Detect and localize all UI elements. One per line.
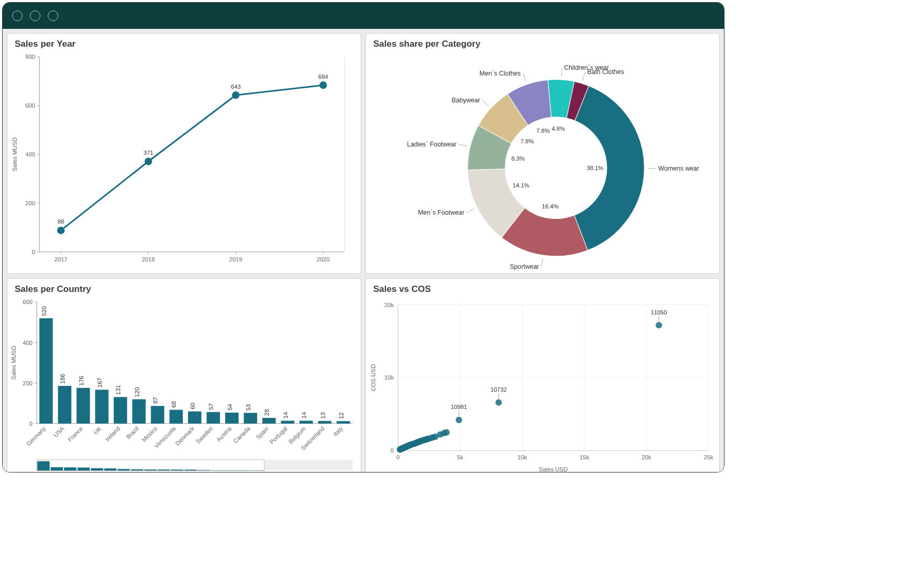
svg-point-162: [456, 417, 462, 423]
svg-text:Mexico: Mexico: [141, 425, 159, 443]
svg-text:7.8%: 7.8%: [520, 138, 534, 144]
chart-sales-per-country[interactable]: 0200400600Sales MUSD520Germany186USA176F…: [7, 297, 361, 472]
chart-sales-per-year[interactable]: 02004006008002017201820192020Sales MUSD8…: [7, 51, 361, 274]
svg-text:8.3%: 8.3%: [511, 155, 525, 162]
svg-rect-126: [158, 469, 170, 470]
svg-text:UK: UK: [92, 425, 103, 436]
card-title: Sales share per Category: [366, 34, 719, 51]
svg-rect-88: [188, 412, 201, 424]
svg-text:28: 28: [264, 409, 270, 416]
svg-point-26: [232, 91, 239, 99]
svg-text:0: 0: [396, 454, 400, 460]
card-title: Sales per Year: [7, 34, 361, 51]
svg-text:Sales MUSD: Sales MUSD: [12, 138, 18, 172]
svg-text:186: 186: [59, 374, 66, 384]
svg-rect-119: [64, 467, 76, 470]
svg-rect-129: [198, 470, 210, 470]
svg-text:88: 88: [58, 218, 64, 225]
svg-text:14.1%: 14.1%: [513, 182, 530, 188]
svg-text:600: 600: [25, 102, 35, 109]
chart-sales-share-per-category[interactable]: 38.1%Womens wear16.4%Sportwear14.1%Men´s…: [366, 51, 719, 274]
chart-sales-vs-cos[interactable]: 05k10k15k20k25k010k20kSales USDCOS USD11…: [366, 297, 719, 472]
svg-text:176: 176: [78, 376, 85, 386]
window-button-zoom[interactable]: [48, 10, 58, 21]
svg-text:16.4%: 16.4%: [542, 203, 559, 209]
svg-text:131: 131: [115, 385, 121, 395]
svg-rect-64: [39, 318, 52, 424]
svg-text:Germany: Germany: [25, 425, 47, 447]
svg-text:10732: 10732: [490, 386, 507, 393]
card-title: Sales vs COS: [366, 279, 719, 297]
svg-line-49: [561, 68, 562, 76]
svg-text:0: 0: [391, 447, 394, 454]
svg-rect-82: [151, 406, 164, 424]
svg-text:54: 54: [227, 404, 233, 411]
card-title: Sales per Country: [7, 279, 361, 297]
svg-text:Brazil: Brazil: [125, 425, 140, 440]
svg-rect-121: [91, 468, 103, 470]
svg-text:57: 57: [208, 403, 214, 410]
svg-text:USA: USA: [52, 425, 66, 438]
svg-text:Italy: Italy: [332, 425, 344, 437]
svg-text:87: 87: [152, 397, 159, 404]
svg-rect-67: [58, 386, 71, 424]
svg-text:2017: 2017: [55, 256, 68, 262]
svg-text:France: France: [67, 425, 84, 443]
svg-line-51: [583, 72, 585, 80]
svg-rect-70: [77, 388, 90, 424]
svg-point-28: [319, 81, 327, 89]
svg-rect-120: [78, 468, 90, 471]
svg-text:400: 400: [25, 151, 35, 158]
svg-text:Sales USD: Sales USD: [539, 466, 568, 472]
svg-rect-76: [114, 397, 127, 424]
svg-rect-97: [244, 413, 257, 423]
svg-text:400: 400: [23, 340, 33, 346]
svg-rect-103: [281, 421, 294, 423]
svg-text:25k: 25k: [704, 454, 713, 460]
svg-text:120: 120: [134, 387, 140, 397]
svg-text:800: 800: [25, 54, 35, 60]
svg-text:2020: 2020: [317, 256, 330, 262]
svg-text:200: 200: [25, 200, 35, 206]
svg-line-43: [482, 100, 489, 106]
svg-text:Sales MUSD: Sales MUSD: [10, 346, 17, 380]
svg-text:COS USD: COS USD: [370, 364, 376, 391]
svg-point-24: [144, 158, 152, 165]
svg-text:Sportwear: Sportwear: [510, 263, 539, 270]
svg-text:20k: 20k: [384, 302, 394, 308]
svg-text:Denmark: Denmark: [174, 425, 196, 447]
svg-text:15k: 15k: [580, 454, 589, 460]
svg-text:Canada: Canada: [232, 425, 251, 444]
svg-text:600: 600: [23, 299, 33, 305]
svg-text:2019: 2019: [229, 256, 243, 262]
svg-text:Sweden: Sweden: [195, 425, 214, 445]
svg-point-202: [397, 446, 403, 453]
svg-text:10k: 10k: [384, 374, 394, 381]
svg-rect-124: [131, 469, 143, 470]
svg-text:Portugal: Portugal: [268, 425, 288, 445]
svg-rect-85: [170, 410, 183, 424]
svg-text:Ladies´ Footwear: Ladies´ Footwear: [407, 141, 456, 148]
app-window: Sales per Year 0200400600800201720182019…: [2, 2, 724, 472]
svg-point-159: [496, 399, 502, 405]
svg-text:371: 371: [143, 150, 153, 156]
card-sales-per-year: Sales per Year 0200400600800201720182019…: [7, 33, 361, 274]
svg-text:0: 0: [29, 421, 33, 427]
svg-text:13: 13: [320, 412, 326, 419]
svg-rect-91: [207, 412, 220, 424]
window-button-minimize[interactable]: [30, 10, 40, 21]
window-button-close[interactable]: [12, 10, 23, 21]
svg-text:Men´s Clothes: Men´s Clothes: [479, 70, 521, 77]
svg-text:14: 14: [282, 412, 289, 419]
svg-text:0: 0: [32, 249, 35, 255]
svg-rect-123: [118, 469, 130, 470]
svg-rect-100: [262, 418, 276, 424]
svg-text:4.8%: 4.8%: [552, 125, 565, 132]
svg-text:5k: 5k: [457, 454, 464, 460]
svg-rect-73: [95, 390, 108, 423]
svg-rect-125: [144, 469, 156, 470]
svg-text:60: 60: [190, 403, 196, 410]
svg-text:Bath Clothes: Bath Clothes: [587, 68, 624, 76]
svg-text:684: 684: [318, 74, 328, 80]
svg-point-22: [57, 227, 65, 234]
